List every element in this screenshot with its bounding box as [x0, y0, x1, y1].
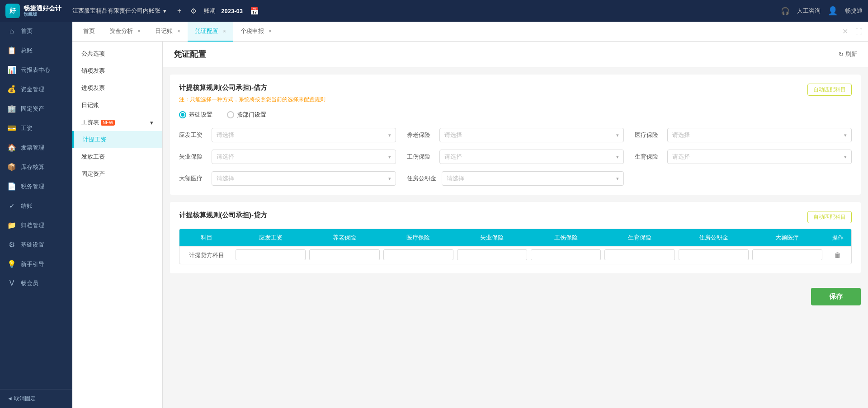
sidebar-label-member: 畅会员 — [21, 279, 38, 287]
left-nav-label-public: 公共选项 — [81, 50, 105, 57]
sidebar-item-tax[interactable]: 📄税务管理 — [0, 177, 72, 196]
expand-window-icon[interactable]: ⛶ — [854, 26, 864, 38]
delete-icon-0[interactable]: 🗑 — [834, 251, 841, 259]
credit-cell-0-0[interactable] — [234, 247, 307, 264]
tab-home[interactable]: 首页 — [76, 22, 102, 42]
left-nav-group-salary-table[interactable]: 工资表NEW▾ — [72, 114, 162, 131]
tab-close-funds[interactable]: × — [137, 28, 141, 34]
left-nav-label-sales: 销项发票 — [81, 67, 105, 74]
debit-auto-match-button[interactable]: 自动匹配科目 — [807, 84, 852, 96]
logo-icon: 好 — [5, 4, 20, 18]
credit-th-3: 医疗保险 — [382, 229, 455, 246]
company-selector[interactable]: 江西服宝精品有限责任公司内账张 ▾ — [69, 5, 170, 17]
credit-cell-0-1[interactable] — [307, 247, 381, 264]
form-row-住房公积金: 住房公积金 请选择 ▾ — [407, 171, 624, 186]
sidebar-label-checkout: 结账 — [21, 202, 33, 210]
delete-cell-0[interactable]: 🗑 — [824, 247, 851, 264]
credit-input-0-0[interactable] — [236, 249, 306, 260]
credit-cell-0-6[interactable] — [677, 247, 750, 264]
sidebar-label-tax: 税务管理 — [21, 183, 44, 191]
calendar-icon[interactable]: 📅 — [248, 5, 261, 17]
consultation-icon: 🎧 — [781, 7, 790, 15]
label-失业保险: 失业保险 — [179, 153, 206, 161]
sidebar-item-checkout[interactable]: ✓结账 — [0, 196, 72, 216]
select-placeholder-医疗保险: 请选择 — [672, 131, 690, 139]
sidebar-item-assets[interactable]: 🏢固定资产 — [0, 99, 72, 118]
tab-close-journal[interactable]: × — [177, 28, 180, 34]
left-nav-item-journal[interactable]: 日记账 — [72, 97, 162, 114]
credit-auto-match-button[interactable]: 自动匹配科目 — [807, 211, 852, 223]
sidebar-item-funds[interactable]: 💰资金管理 — [0, 80, 72, 99]
tab-label-tax-report: 个税申报 — [241, 27, 264, 35]
radio-basic[interactable]: 基础设置 — [179, 111, 212, 119]
left-nav-item-purchase[interactable]: 进项发票 — [72, 80, 162, 97]
sidebar-item-guide[interactable]: 💡新手引导 — [0, 254, 72, 274]
select-应发工资[interactable]: 请选择 ▾ — [212, 128, 396, 142]
sidebar-item-salary[interactable]: 💳工资 — [0, 118, 72, 138]
credit-input-0-2[interactable] — [383, 249, 453, 260]
save-button[interactable]: 保存 — [811, 288, 861, 305]
tab-voucher-config[interactable]: 凭证配置× — [188, 22, 233, 42]
left-nav-item-public[interactable]: 公共选项 — [72, 45, 162, 62]
tab-tax-report[interactable]: 个税申报× — [233, 22, 279, 42]
select-工伤保险[interactable]: 请选择 ▾ — [439, 150, 624, 164]
tab-close-voucher-config[interactable]: × — [223, 28, 226, 34]
credit-cell-0-7[interactable] — [750, 247, 824, 264]
form-row-失业保险: 失业保险 请选择 ▾ — [179, 150, 396, 164]
left-nav-item-fixed-assets[interactable]: 固定资产 — [72, 165, 162, 183]
sidebar-item-report[interactable]: 📊云报表中心 — [0, 60, 72, 80]
select-大额医疗[interactable]: 请选择 ▾ — [212, 171, 396, 186]
tab-close-tax-report[interactable]: × — [269, 28, 272, 34]
sidebar-label-ledger: 总账 — [21, 47, 33, 55]
left-nav-item-pay-salary[interactable]: 发放工资 — [72, 148, 162, 165]
select-生育保险[interactable]: 请选择 ▾ — [667, 150, 852, 164]
credit-input-0-6[interactable] — [679, 249, 749, 260]
user-avatar: 👤 — [828, 6, 838, 16]
left-nav-item-sales[interactable]: 销项发票 — [72, 62, 162, 80]
logo: 好 畅捷通好会计 旗舰版 — [5, 4, 61, 18]
logo-sub-text: 旗舰版 — [24, 12, 61, 17]
select-placeholder-生育保险: 请选择 — [672, 153, 690, 161]
select-失业保险[interactable]: 请选择 ▾ — [212, 150, 396, 164]
refresh-button[interactable]: ↻ 刷新 — [839, 50, 857, 58]
sidebar-item-archive[interactable]: 📁归档管理 — [0, 216, 72, 235]
form-row-医疗保险: 医疗保险 请选择 ▾ — [635, 128, 852, 142]
credit-cell-0-4[interactable] — [529, 247, 603, 264]
consultation-label[interactable]: 人工咨询 — [797, 7, 821, 15]
settings-icon[interactable]: ⚙ — [189, 5, 198, 17]
tab-journal[interactable]: 日记账× — [148, 22, 188, 42]
tab-funds[interactable]: 资金分析× — [102, 22, 148, 42]
sidebar-item-home[interactable]: ⌂首页 — [0, 22, 72, 41]
sidebar-item-inventory[interactable]: 📦库存核算 — [0, 157, 72, 177]
sidebar-item-member[interactable]: V畅会员 — [0, 274, 72, 293]
radio-dept[interactable]: 按部门设置 — [227, 111, 266, 119]
select-养老保险[interactable]: 请选择 ▾ — [439, 128, 624, 142]
left-nav-item-calc-salary[interactable]: 计提工资 — [72, 131, 162, 148]
credit-input-0-3[interactable] — [457, 249, 527, 260]
credit-input-0-7[interactable] — [752, 249, 822, 260]
credit-cell-0-3[interactable] — [455, 247, 529, 264]
credit-cell-0-5[interactable] — [603, 247, 676, 264]
invoice-icon: 🏠 — [7, 143, 16, 152]
sidebar-label-archive: 归档管理 — [21, 221, 44, 230]
credit-input-0-4[interactable] — [531, 249, 601, 260]
select-医疗保险[interactable]: 请选择 ▾ — [667, 128, 852, 142]
new-badge: NEW — [101, 120, 115, 126]
select-住房公积金[interactable]: 请选择 ▾ — [442, 171, 624, 186]
cancel-fixed-button[interactable]: ◄ 取消固定 — [0, 389, 72, 408]
refresh-label: 刷新 — [845, 50, 857, 58]
sidebar-item-ledger[interactable]: 📋总账 — [0, 41, 72, 60]
credit-section: 计提核算规则(公司承担)-贷方 自动匹配科目 科目应发工资养老保险医疗保险失业保… — [170, 202, 861, 273]
credit-cell-0-2[interactable] — [382, 247, 455, 264]
select-arrow-失业保险: ▾ — [388, 154, 391, 160]
label-养老保险: 养老保险 — [407, 131, 434, 139]
period-value: 2023-03 — [221, 8, 243, 14]
credit-input-0-1[interactable] — [309, 249, 379, 260]
left-nav-label-calc-salary: 计提工资 — [83, 136, 106, 143]
form-row-养老保险: 养老保险 请选择 ▾ — [407, 128, 624, 142]
close-window-icon[interactable]: ✕ — [840, 25, 850, 38]
sidebar-item-invoice[interactable]: 🏠发票管理 — [0, 138, 72, 157]
add-button[interactable]: + — [175, 5, 183, 17]
sidebar-item-settings[interactable]: ⚙基础设置 — [0, 235, 72, 254]
credit-input-0-5[interactable] — [604, 249, 675, 260]
